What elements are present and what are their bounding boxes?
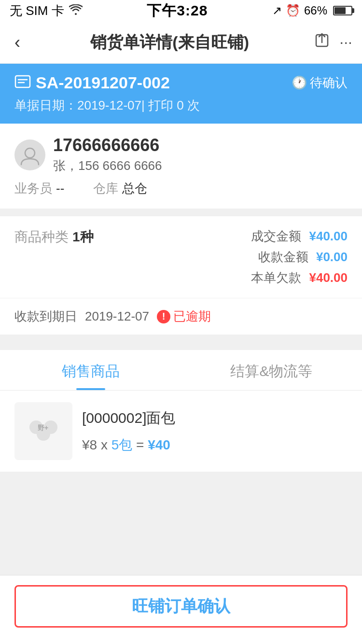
alarm-icon: ⏰ xyxy=(286,4,300,17)
warehouse-value: 总仓 xyxy=(122,180,147,197)
order-id-icon xyxy=(14,73,31,92)
divider-1 xyxy=(0,209,362,216)
due-date-label: 收款到期日 xyxy=(14,308,77,325)
order-date: 单据日期：2019-12-07| 打印 0 次 xyxy=(14,97,348,114)
bottom-bar: 旺铺订单确认 xyxy=(0,575,362,644)
status-time: 下午3:28 xyxy=(147,1,208,21)
overdue-badge: ! 已逾期 xyxy=(157,308,211,325)
due-date-value: 2019-12-07 xyxy=(85,309,149,324)
product-price-row: ¥8 x 5包 = ¥40 xyxy=(82,436,348,454)
carrier-label: 无 SIM 卡 xyxy=(10,2,64,19)
battery-icon xyxy=(333,6,352,15)
amount-summary: 成交金额 ¥40.00 收款金额 ¥0.00 本单欠款 ¥40.00 xyxy=(251,228,348,286)
status-clock-icon: 🕐 xyxy=(292,75,307,90)
salesperson-label: 业务员 xyxy=(14,180,52,197)
svg-text:野+: 野+ xyxy=(38,424,48,432)
tabs-bar: 销售商品 结算&物流等 xyxy=(0,350,362,391)
product-type: 商品种类 1种 xyxy=(14,228,94,246)
deal-amount-label: 成交金额 xyxy=(251,228,301,245)
quantity: 5包 xyxy=(111,437,133,452)
receive-amount-label: 收款金额 xyxy=(258,249,308,266)
warehouse-label: 仓库 xyxy=(93,180,118,197)
tab-sales-products[interactable]: 销售商品 xyxy=(0,350,181,390)
status-bar: 无 SIM 卡 下午3:28 ↗ ⏰ 66% xyxy=(0,0,362,21)
product-info: [0000002]面包 ¥8 x 5包 = ¥40 xyxy=(82,408,348,454)
overdue-text: 已逾期 xyxy=(173,308,211,325)
wifi-icon xyxy=(69,3,83,18)
price-total: ¥40 xyxy=(148,437,170,452)
product-name: [0000002]面包 xyxy=(82,408,348,428)
customer-section: 17666666666 张，156 6666 6666 业务员 -- 仓库 总仓 xyxy=(0,124,362,209)
svg-rect-1 xyxy=(15,76,30,87)
order-status: 🕐 待确认 xyxy=(292,74,348,91)
product-item: 野+ [0000002]面包 ¥8 x 5包 = ¥40 xyxy=(10,391,352,472)
receive-amount-value: ¥0.00 xyxy=(316,250,348,265)
customer-phone: 17666666666 xyxy=(53,135,162,155)
share-icon[interactable] xyxy=(314,33,330,52)
owed-amount-value: ¥40.00 xyxy=(309,270,348,285)
summary-section: 商品种类 1种 成交金额 ¥40.00 收款金额 ¥0.00 本单欠款 ¥40.… xyxy=(0,216,362,298)
customer-name: 张，156 6666 6666 xyxy=(53,157,162,174)
deal-amount-value: ¥40.00 xyxy=(309,229,348,244)
nav-bar: ‹ 销货单详情(来自旺铺) ··· xyxy=(0,21,362,64)
price-per-unit: ¥8 x xyxy=(82,437,111,452)
overdue-warning-icon: ! xyxy=(157,310,170,323)
status-left: 无 SIM 卡 xyxy=(10,2,83,19)
battery-percent: 66% xyxy=(304,4,327,17)
back-button[interactable]: ‹ xyxy=(10,28,25,57)
customer-avatar xyxy=(14,140,45,170)
owed-amount-label: 本单欠款 xyxy=(251,269,301,286)
divider-2 xyxy=(0,335,362,342)
bottom-spacer xyxy=(0,472,362,568)
status-right: ↗ ⏰ 66% xyxy=(272,4,352,17)
tab-settlement[interactable]: 结算&物流等 xyxy=(181,350,362,390)
salesperson-value: -- xyxy=(56,181,64,196)
product-thumbnail: 野+ xyxy=(14,402,72,460)
order-header: SA-20191207-002 🕐 待确认 单据日期：2019-12-07| 打… xyxy=(0,64,362,124)
product-list: 野+ [0000002]面包 ¥8 x 5包 = ¥40 xyxy=(0,391,362,472)
confirm-order-button[interactable]: 旺铺订单确认 xyxy=(14,585,348,628)
nav-actions: ··· xyxy=(314,33,352,52)
order-id: SA-20191207-002 xyxy=(14,73,170,92)
location-icon: ↗ xyxy=(272,4,282,17)
svg-point-2 xyxy=(25,148,35,158)
customer-meta: 业务员 -- 仓库 总仓 xyxy=(14,180,348,197)
page-title: 销货单详情(来自旺铺) xyxy=(25,31,314,54)
due-date-section: 收款到期日 2019-12-07 ! 已逾期 xyxy=(0,298,362,335)
more-icon[interactable]: ··· xyxy=(339,33,352,51)
